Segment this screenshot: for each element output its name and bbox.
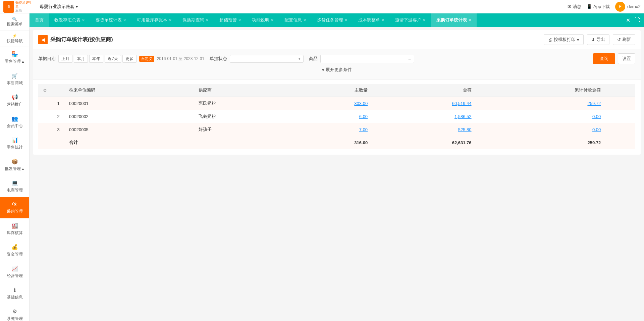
sidebar-item-retail-stats[interactable]: 📊 零售统计: [0, 133, 29, 154]
date-more[interactable]: 更多: [122, 55, 137, 63]
tab-config-info-label: 配置信息: [284, 17, 302, 23]
export-icon: ⬇: [591, 37, 595, 42]
date-this-year[interactable]: 本年: [89, 55, 103, 63]
tab-pick-task-label: 拣货任务管理: [317, 17, 343, 23]
date-last-7-days[interactable]: 近7天: [105, 55, 121, 63]
filter-area: 单据日期 上月 本月 本年 近7天 更多 自定义 2016-01-01 至 20…: [33, 49, 641, 80]
tab-usable-inventory-label: 可用量库存账本: [137, 17, 167, 23]
row-paid-amount[interactable]: 0.00: [476, 123, 605, 136]
retail-stats-icon: 📊: [11, 137, 18, 143]
sidebar-item-wholesale[interactable]: 📦 批发管理 ▲: [0, 154, 29, 176]
table-row: 3 00020005 好孩子 7.00 525.80 0.00: [38, 123, 635, 136]
footer-supplier-cell: [195, 136, 291, 149]
tab-cost-adjust[interactable]: 成本调整单 ✕: [353, 13, 390, 27]
row-quantity[interactable]: 7.00: [291, 123, 372, 136]
sidebar-label-retail-stats: 零售统计: [7, 145, 23, 150]
row-quantity[interactable]: 6.00: [291, 110, 372, 123]
row-amount[interactable]: 60,519.44: [372, 97, 475, 110]
refresh-button[interactable]: ↺ 刷新: [613, 34, 635, 45]
col-header-amount: 金额: [372, 84, 475, 97]
row-paid-amount[interactable]: 0.00: [476, 110, 605, 123]
tab-collection-summary-close[interactable]: ✕: [82, 18, 85, 22]
goods-more-icon[interactable]: ···: [408, 56, 411, 61]
settings-button[interactable]: 设置: [618, 53, 635, 64]
tab-maximize-button[interactable]: ⛶: [633, 16, 641, 24]
tab-cost-adjust-close[interactable]: ✕: [381, 18, 384, 22]
template-print-button[interactable]: 🖨 按模板打印 ▾: [544, 34, 584, 45]
table-settings-icon[interactable]: ⚙: [43, 88, 47, 93]
sidebar-search[interactable]: 🔍 搜索英单: [0, 13, 29, 31]
status-select[interactable]: ▾: [230, 55, 304, 63]
content-area: 首页 收发存汇总表 ✕ 要货单统计表 ✕ 可用量库存账本 ✕ 保质期查询 ✕ 超…: [30, 13, 644, 321]
sidebar-item-purchase[interactable]: 🛍 采购管理: [0, 197, 29, 218]
tab-overstock-warning[interactable]: 超储预警 ✕: [214, 13, 247, 27]
app-download-button[interactable]: 📱 App下载: [587, 4, 610, 10]
collapse-sidebar-button[interactable]: ◀: [38, 35, 48, 44]
print-dropdown-icon: ▾: [577, 37, 579, 42]
search-icon: 🔍: [0, 17, 29, 21]
workspace-selector[interactable]: 母婴行业演示账套 ▾: [40, 4, 79, 10]
tab-purchase-stats[interactable]: 采购订单统计表 ✕: [431, 13, 477, 27]
row-seq: 2: [52, 110, 65, 123]
date-this-month[interactable]: 本月: [74, 55, 88, 63]
sidebar-item-retail-store[interactable]: 🛒 零售商城: [0, 68, 29, 90]
sidebar-item-system[interactable]: ⚙ 系统管理: [0, 304, 29, 321]
message-button[interactable]: ✉ 消息: [568, 4, 581, 10]
tab-home[interactable]: 首页: [30, 13, 49, 27]
row-quantity[interactable]: 303.00: [291, 97, 372, 110]
table-row: 1 00020001 惠氏奶粉 303.00 60,519.44 259.72: [38, 97, 635, 110]
tab-function-desc[interactable]: 功能说明 ✕: [247, 13, 279, 27]
date-last-month[interactable]: 上月: [58, 55, 72, 63]
logo-text: 畅捷通好生意 标版: [15, 1, 33, 13]
goods-input[interactable]: ···: [320, 55, 414, 63]
row-paid-amount[interactable]: 259.72: [476, 97, 605, 110]
export-button[interactable]: ⬇ 导出: [587, 34, 609, 45]
tab-close-all-button[interactable]: ✕: [624, 16, 632, 24]
sidebar-label-wholesale: 批发管理: [5, 166, 21, 172]
date-range-value: 2016-01-01 至 2023-12-31: [157, 56, 204, 62]
page-header: ◀ 采购订单统计表(按供应商) 🖨 按模板打印 ▾ ⬇ 导出: [33, 30, 641, 49]
footer-paid-amount-cell: 259.72: [476, 136, 605, 149]
tab-bar-actions: ✕ ⛶: [624, 16, 644, 24]
tab-invite-downstream-close[interactable]: ✕: [423, 18, 426, 22]
page-title: 采购订单统计表(按供应商): [50, 36, 113, 43]
tab-expiry-query[interactable]: 保质期查询 ✕: [177, 13, 214, 27]
tab-overstock-warning-close[interactable]: ✕: [238, 18, 241, 22]
sidebar-item-inventory[interactable]: 🏭 库存核算: [0, 218, 29, 240]
sidebar-item-marketing[interactable]: 📢 营销推广: [0, 90, 29, 111]
expand-more-button[interactable]: ▾ 展开更多条件: [38, 64, 635, 75]
member-icon: 👥: [11, 115, 18, 122]
status-dropdown-icon: ▾: [299, 57, 301, 61]
col-header-extra: [605, 84, 635, 97]
tab-config-info[interactable]: 配置信息 ✕: [279, 13, 312, 27]
user-profile[interactable]: E demo2: [615, 2, 641, 12]
tab-purchase-order-close[interactable]: ✕: [123, 18, 126, 22]
sidebar-item-retail-management[interactable]: 🏪 零售管理 ▲: [0, 47, 29, 68]
sidebar-item-basic-info[interactable]: ℹ 基础信息: [0, 283, 29, 304]
query-button[interactable]: 查询: [593, 53, 615, 64]
tab-config-info-close[interactable]: ✕: [303, 18, 306, 22]
sidebar-label-member: 会员中心: [7, 123, 23, 129]
tab-invite-downstream[interactable]: 邀请下游客户 ✕: [390, 13, 431, 27]
tab-expiry-query-close[interactable]: ✕: [206, 18, 209, 22]
sidebar-item-operations[interactable]: 📈 经营管理: [0, 261, 29, 283]
logo-area: 6 畅捷通好生意 标版: [3, 1, 33, 13]
sidebar-item-finance[interactable]: 💰 资金管理: [0, 240, 29, 261]
tab-usable-inventory[interactable]: 可用量库存账本 ✕: [131, 13, 177, 27]
refresh-icon: ↺: [617, 37, 621, 42]
tab-purchase-stats-close[interactable]: ✕: [468, 18, 471, 22]
tab-pick-task-close[interactable]: ✕: [344, 18, 347, 22]
row-supplier-name: 惠氏奶粉: [195, 97, 291, 110]
row-amount[interactable]: 525.80: [372, 123, 475, 136]
tab-purchase-order-stats[interactable]: 要货单统计表 ✕: [90, 13, 131, 27]
sidebar-quick-nav[interactable]: ⚡ 快捷导航: [0, 31, 29, 47]
date-custom-tag: 自定义: [139, 56, 154, 62]
tab-usable-inventory-close[interactable]: ✕: [169, 18, 172, 22]
sidebar-item-member[interactable]: 👥 会员中心: [0, 111, 29, 133]
tab-purchase-stats-label: 采购订单统计表: [436, 17, 467, 23]
tab-pick-task[interactable]: 拣货任务管理 ✕: [312, 13, 353, 27]
tab-function-desc-close[interactable]: ✕: [271, 18, 274, 22]
row-amount[interactable]: 1,586.52: [372, 110, 475, 123]
sidebar-item-ecommerce[interactable]: 💻 电商管理: [0, 176, 29, 197]
tab-collection-summary[interactable]: 收发存汇总表 ✕: [49, 13, 90, 27]
